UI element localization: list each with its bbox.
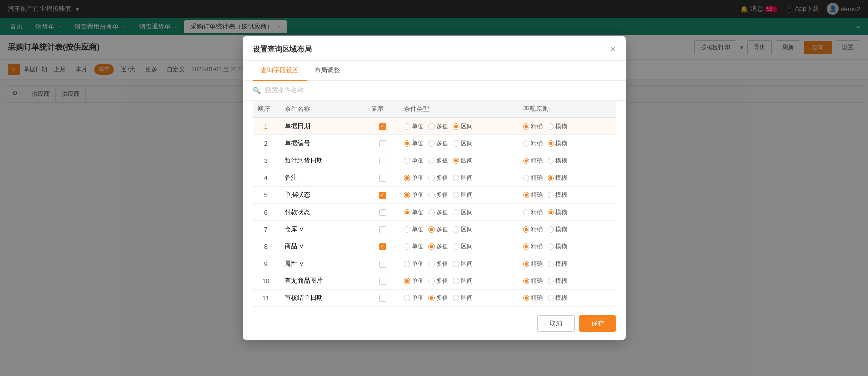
radio-item[interactable]: 区间	[453, 277, 473, 285]
radio-circle[interactable]	[548, 209, 554, 215]
radio-circle[interactable]	[548, 158, 554, 164]
radio-circle[interactable]	[548, 175, 554, 181]
radio-item[interactable]: 单值	[404, 208, 423, 216]
radio-circle[interactable]	[453, 158, 459, 164]
radio-item[interactable]: 模糊	[548, 139, 567, 148]
radio-item[interactable]: 精确	[523, 139, 543, 148]
radio-item[interactable]: 精确	[523, 294, 543, 302]
radio-item[interactable]: 精确	[523, 191, 543, 199]
radio-circle[interactable]	[523, 295, 529, 301]
cell-display[interactable]	[366, 290, 398, 307]
cell-display[interactable]	[366, 238, 398, 255]
radio-item[interactable]: 模糊	[548, 294, 567, 302]
radio-circle[interactable]	[428, 123, 435, 130]
radio-circle[interactable]	[428, 158, 435, 164]
cell-display[interactable]	[366, 255, 398, 272]
radio-item[interactable]: 模糊	[548, 191, 567, 199]
radio-circle[interactable]	[428, 226, 435, 233]
radio-circle[interactable]	[523, 123, 529, 130]
display-checkbox[interactable]	[379, 226, 386, 233]
radio-item[interactable]: 模糊	[548, 157, 567, 165]
radio-item[interactable]: 单值	[404, 260, 423, 268]
radio-circle[interactable]	[523, 243, 529, 250]
radio-item[interactable]: 精确	[523, 225, 543, 234]
cell-display[interactable]	[366, 169, 398, 187]
radio-circle[interactable]	[548, 226, 554, 233]
radio-item[interactable]: 区间	[453, 122, 473, 131]
radio-item[interactable]: 单值	[404, 139, 423, 148]
display-checkbox[interactable]	[379, 243, 386, 250]
display-checkbox[interactable]	[379, 261, 386, 268]
modal-tab-layout-adjust[interactable]: 布局调整	[307, 61, 348, 81]
radio-item[interactable]: 模糊	[548, 260, 567, 268]
cell-display[interactable]	[366, 187, 398, 204]
modal-tab-query-fields[interactable]: 查询字段设置	[253, 61, 307, 81]
radio-circle[interactable]	[428, 278, 435, 284]
radio-item[interactable]: 区间	[453, 139, 473, 148]
radio-circle[interactable]	[523, 140, 529, 147]
radio-item[interactable]: 单值	[404, 191, 423, 199]
radio-item[interactable]: 精确	[523, 242, 543, 251]
radio-circle[interactable]	[548, 261, 554, 267]
radio-item[interactable]: 单值	[404, 225, 423, 234]
radio-circle[interactable]	[548, 192, 554, 198]
radio-item[interactable]: 多值	[428, 191, 448, 199]
radio-item[interactable]: 精确	[523, 260, 543, 268]
radio-item[interactable]: 单值	[404, 122, 423, 131]
modal-close-button[interactable]: ×	[610, 44, 616, 54]
radio-circle[interactable]	[404, 243, 410, 250]
cell-display[interactable]	[366, 221, 398, 238]
radio-circle[interactable]	[548, 123, 554, 130]
save-button[interactable]: 保存	[579, 315, 616, 332]
radio-circle[interactable]	[548, 278, 554, 284]
radio-item[interactable]: 单值	[404, 242, 423, 251]
cell-display[interactable]	[366, 204, 398, 221]
display-checkbox[interactable]	[379, 140, 386, 147]
radio-item[interactable]: 区间	[453, 294, 473, 302]
radio-item[interactable]: 精确	[523, 277, 543, 285]
radio-circle[interactable]	[404, 175, 410, 181]
radio-circle[interactable]	[523, 158, 529, 164]
radio-item[interactable]: 区间	[453, 174, 473, 182]
radio-circle[interactable]	[453, 123, 459, 130]
radio-circle[interactable]	[453, 175, 459, 181]
radio-circle[interactable]	[404, 295, 410, 301]
radio-circle[interactable]	[523, 209, 529, 215]
display-checkbox[interactable]	[379, 295, 386, 302]
radio-circle[interactable]	[428, 243, 435, 250]
radio-item[interactable]: 多值	[428, 208, 448, 216]
cell-display[interactable]	[366, 272, 398, 290]
radio-circle[interactable]	[404, 192, 410, 198]
radio-item[interactable]: 多值	[428, 260, 448, 268]
cell-display[interactable]	[366, 118, 398, 135]
radio-circle[interactable]	[428, 295, 435, 301]
cell-display[interactable]	[366, 135, 398, 152]
radio-circle[interactable]	[428, 261, 435, 267]
radio-circle[interactable]	[548, 243, 554, 250]
radio-circle[interactable]	[548, 295, 554, 301]
radio-circle[interactable]	[404, 209, 410, 215]
radio-item[interactable]: 多值	[428, 157, 448, 165]
radio-item[interactable]: 多值	[428, 242, 448, 251]
display-checkbox[interactable]	[379, 158, 386, 164]
radio-item[interactable]: 单值	[404, 277, 423, 285]
radio-circle[interactable]	[523, 278, 529, 284]
radio-circle[interactable]	[428, 175, 435, 181]
display-checkbox[interactable]	[379, 123, 386, 130]
radio-circle[interactable]	[404, 158, 410, 164]
radio-circle[interactable]	[453, 192, 459, 198]
radio-circle[interactable]	[453, 140, 459, 147]
cancel-button[interactable]: 取消	[537, 315, 575, 332]
display-checkbox[interactable]	[379, 175, 386, 182]
radio-circle[interactable]	[453, 226, 459, 233]
radio-item[interactable]: 模糊	[548, 225, 567, 234]
radio-item[interactable]: 模糊	[548, 174, 567, 182]
radio-circle[interactable]	[404, 226, 410, 233]
radio-item[interactable]: 区间	[453, 260, 473, 268]
radio-item[interactable]: 区间	[453, 191, 473, 199]
radio-item[interactable]: 单值	[404, 294, 423, 302]
radio-circle[interactable]	[548, 140, 554, 147]
radio-circle[interactable]	[523, 226, 529, 233]
radio-circle[interactable]	[453, 278, 459, 284]
radio-item[interactable]: 模糊	[548, 242, 567, 251]
